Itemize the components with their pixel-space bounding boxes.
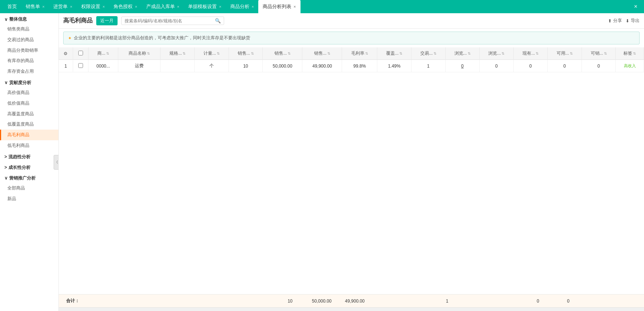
cell-code[interactable]: 0000... <box>89 60 118 72</box>
nav-item-单据模板设置[interactable]: 单据模板设置× <box>184 0 226 13</box>
sort-icon: ⇅ <box>399 51 402 55</box>
col-header-settings: ⚙ <box>59 47 73 60</box>
cell-checkbox[interactable] <box>73 60 88 72</box>
cell-name: 运费 <box>118 60 160 72</box>
nav-close-icon[interactable]: × <box>219 0 221 13</box>
cell-saleAmt2: 49,900.00 <box>302 60 342 72</box>
col-header-code[interactable]: 商...⇅ <box>89 47 118 60</box>
footer-cell-14: 0 <box>523 299 553 304</box>
cell-saleable: 0 <box>582 60 616 72</box>
sidebar-item-低毛利商品[interactable]: 低毛利商品 <box>0 140 58 151</box>
sidebar-group-贡献度分析[interactable]: ∨贡献度分析 <box>0 77 58 87</box>
footer-cell-7: 50,000.00 <box>305 299 338 304</box>
sidebar-item-有库存的商品[interactable]: 有库存的商品 <box>0 55 58 66</box>
col-header-browse1[interactable]: 浏览...⇅ <box>445 47 479 60</box>
cell-saleQty: 10 <box>229 60 263 72</box>
sidebar-group-营销推广分析[interactable]: ∨营销推广分析 <box>0 172 58 183</box>
info-icon: ✦ <box>68 36 72 41</box>
col-header-tag[interactable]: 标签⇅ <box>616 47 644 60</box>
search-input[interactable] <box>125 18 213 23</box>
nav-close-icon[interactable]: × <box>42 0 44 13</box>
sort-icon: ⇅ <box>501 51 504 55</box>
cell-grossRate: 99.8% <box>342 60 377 72</box>
sort-icon: ⇅ <box>183 51 186 55</box>
nav-close-icon[interactable]: × <box>70 0 72 13</box>
close-all-button[interactable]: × <box>630 3 641 10</box>
settings-icon[interactable]: ⚙ <box>64 51 68 56</box>
select-all-checkbox[interactable] <box>78 51 83 55</box>
col-header-trade[interactable]: 交易...⇅ <box>411 47 446 60</box>
sidebar-item-高覆盖度商品[interactable]: 高覆盖度商品 <box>0 109 58 119</box>
sidebar-collapse-button[interactable]: 《 <box>54 155 59 170</box>
tag-badge: 高收入 <box>624 64 636 68</box>
cell-saleAmt: 50,000.00 <box>263 60 302 72</box>
nav-close-icon[interactable]: × <box>102 0 105 13</box>
col-header-saleQty[interactable]: 销售...⇅ <box>229 47 263 60</box>
sidebar-item-销售类商品[interactable]: 销售类商品 <box>0 24 58 35</box>
sidebar-item-交易过的商品[interactable]: 交易过的商品 <box>0 35 58 45</box>
sidebar-group-流趋性分析[interactable]: >流趋性分析 <box>0 151 58 162</box>
nav-item-商品分析列表[interactable]: 商品分析列表× <box>258 0 300 13</box>
sidebar-item-低覆盖度商品[interactable]: 低覆盖度商品 <box>0 119 58 130</box>
nav-item-商品分析[interactable]: 商品分析× <box>226 0 258 13</box>
sidebar-item-低价值商品[interactable]: 低价值商品 <box>0 98 58 109</box>
col-header-available[interactable]: 可用...⇅ <box>547 47 582 60</box>
col-header-spec[interactable]: 规格...⇅ <box>161 47 195 60</box>
search-icon[interactable]: 🔍 <box>215 18 221 23</box>
nav-close-icon[interactable]: × <box>294 0 296 13</box>
search-box: 🔍 <box>121 17 224 25</box>
col-header-saleAmt2[interactable]: 销售...⇅ <box>302 47 342 60</box>
col-header-grossRate[interactable]: 毛利率⇅ <box>342 47 377 60</box>
nav-item-产成品入库单[interactable]: 产成品入库单× <box>142 0 184 13</box>
chevron-icon: > <box>4 154 7 159</box>
cell-browse2: 0 <box>479 60 514 72</box>
sidebar-item-库存资金占用[interactable]: 库存资金占用 <box>0 66 58 77</box>
cell-tag: 高收入 <box>616 60 644 72</box>
footer-cell-8: 49,900.00 <box>338 299 371 304</box>
share-button[interactable]: ⬆ 分享 <box>608 18 622 24</box>
col-header-browse2[interactable]: 浏览...⇅ <box>479 47 514 60</box>
col-header-unit[interactable]: 计量...⇅ <box>195 47 229 60</box>
sidebar-item-新品[interactable]: 新品 <box>0 194 58 204</box>
cell-available: 0 <box>547 60 582 72</box>
sidebar-group-成长性分析[interactable]: >成长性分析 <box>0 162 58 172</box>
scroll-bar[interactable] <box>59 307 644 311</box>
cell-current: 0 <box>514 60 548 72</box>
export-button[interactable]: ⬇ 导出 <box>626 18 640 24</box>
browse-link[interactable]: 0 <box>461 64 464 69</box>
col-header-coverage[interactable]: 覆盖...⇅ <box>377 47 411 60</box>
nav-item-权限设置[interactable]: 权限设置× <box>77 0 109 13</box>
sidebar-item-商品分类助销率[interactable]: 商品分类助销率 <box>0 45 58 56</box>
sort-icon: ⇅ <box>536 51 539 55</box>
nav-item-首页[interactable]: 首页 <box>3 0 21 13</box>
table-container: ⚙商...⇅商品名称⇅规格...⇅计量...⇅销售...⇅销售...⇅销售...… <box>59 47 644 294</box>
chevron-icon: ∨ <box>4 176 8 181</box>
footer-cell-15: 0 <box>553 299 583 304</box>
cell-unit: 个 <box>195 60 229 72</box>
sort-icon: ⇅ <box>365 51 368 55</box>
nav-close-icon[interactable]: × <box>252 0 254 13</box>
col-header-name[interactable]: 商品名称⇅ <box>118 47 160 60</box>
nav-close-icon[interactable]: × <box>177 0 179 13</box>
sidebar-group-整体信息[interactable]: ∨整体信息 <box>0 13 58 24</box>
nav-item-销售单[interactable]: 销售单× <box>21 0 49 13</box>
col-header-current[interactable]: 现有...⇅ <box>514 47 548 60</box>
info-text: 企业的主要的利润都是这部分商品创造的，可考虑加大推广，同时关注库存是不要出现缺货 <box>74 35 250 41</box>
nav-close-icon[interactable]: × <box>135 0 137 13</box>
col-header-saleAmt[interactable]: 销售...⇅ <box>263 47 302 60</box>
data-table: ⚙商...⇅商品名称⇅规格...⇅计量...⇅销售...⇅销售...⇅销售...… <box>59 47 644 72</box>
nav-item-进货单[interactable]: 进货单× <box>49 0 76 13</box>
row-checkbox[interactable] <box>78 63 83 68</box>
sidebar-item-高毛利商品[interactable]: 高毛利商品 <box>0 130 58 140</box>
col-header-checkbox <box>73 47 88 60</box>
nav-item-角色授权[interactable]: 角色授权× <box>109 0 141 13</box>
col-header-saleable[interactable]: 可销...⇅ <box>582 47 616 60</box>
chevron-icon: ∨ <box>4 80 8 85</box>
sort-icon: ⇅ <box>251 51 254 55</box>
sidebar-item-高价值商品[interactable]: 高价值商品 <box>0 87 58 98</box>
cell-browse1[interactable]: 0 <box>445 60 479 72</box>
filter-recent-month-button[interactable]: 近一月 <box>96 16 118 25</box>
sidebar-item-全部商品[interactable]: 全部商品 <box>0 183 58 194</box>
sort-icon: ⇅ <box>633 51 636 55</box>
footer-total: 合计： 1050,000.0049,900.00100 <box>59 294 644 307</box>
